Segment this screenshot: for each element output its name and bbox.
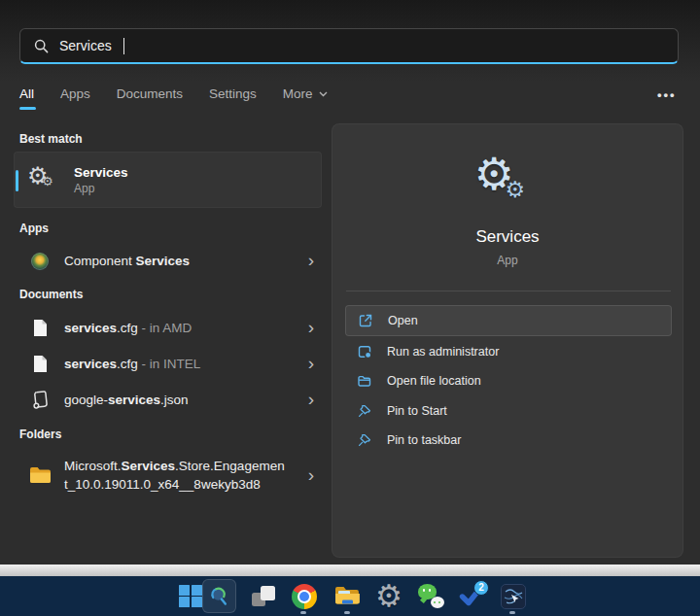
running-indicator xyxy=(344,611,350,614)
divider xyxy=(346,291,671,291)
section-folders: Folders xyxy=(19,428,61,441)
chevron-right-icon[interactable]: › xyxy=(308,318,314,338)
settings-gear-icon: ⚙ xyxy=(375,581,402,611)
whiteboard-app-button[interactable] xyxy=(500,579,526,613)
search-taskbar-icon xyxy=(208,585,231,608)
result-google-services-json[interactable]: google-services.json › xyxy=(14,382,322,418)
pin-icon xyxy=(357,432,372,448)
preview-subtitle: App xyxy=(332,254,682,267)
chevron-down-icon xyxy=(319,91,328,97)
tab-settings[interactable]: Settings xyxy=(209,86,257,101)
active-tab-underline xyxy=(19,107,36,110)
action-open-file-location[interactable]: Open file location xyxy=(345,366,672,395)
windows-logo-icon xyxy=(179,585,202,608)
tab-more[interactable]: More xyxy=(283,86,328,101)
action-pin-to-start[interactable]: Pin to Start xyxy=(345,396,672,426)
chevron-right-icon[interactable]: › xyxy=(308,354,314,374)
search-icon xyxy=(34,39,49,53)
selection-accent-bar xyxy=(16,170,18,191)
preview-title: Services xyxy=(332,227,682,247)
wechat-button[interactable] xyxy=(417,579,444,613)
section-best-match: Best match xyxy=(19,132,83,146)
section-apps: Apps xyxy=(19,222,49,235)
component-services-icon xyxy=(27,253,52,270)
running-indicator xyxy=(509,611,515,614)
file-explorer-button[interactable] xyxy=(333,579,361,613)
search-filter-tabs: All Apps Documents Settings More xyxy=(19,86,328,101)
best-match-result-services[interactable]: ⚙⚙ Services App xyxy=(14,152,322,208)
chevron-right-icon[interactable]: › xyxy=(308,390,314,410)
chrome-taskbar-button[interactable] xyxy=(291,579,317,613)
best-match-title: Services xyxy=(74,165,128,180)
running-indicator xyxy=(300,611,306,614)
json-scroll-icon xyxy=(27,390,52,410)
desktop-strip xyxy=(0,565,700,576)
result-folder-microsoft-services-store[interactable]: Microsoft.Services.Store.Engagement_10.0… xyxy=(14,447,322,503)
chevron-right-icon[interactable]: › xyxy=(308,251,314,271)
todo-app-button[interactable]: 2 xyxy=(458,579,487,613)
search-query-text: Services xyxy=(59,38,112,53)
document-icon xyxy=(27,319,52,337)
taskbar: ⚙ 2 xyxy=(0,576,700,616)
result-component-services[interactable]: Component Services › xyxy=(14,243,322,279)
file-explorer-icon xyxy=(334,586,361,607)
action-run-as-administrator[interactable]: Run as administrator xyxy=(345,337,672,366)
section-documents: Documents xyxy=(19,288,83,301)
search-input[interactable]: Services xyxy=(19,28,679,64)
text-caret xyxy=(123,38,125,54)
whiteboard-app-icon xyxy=(501,584,526,609)
pin-icon xyxy=(357,403,372,419)
folder-icon xyxy=(27,466,52,484)
start-button[interactable] xyxy=(177,579,204,613)
open-icon xyxy=(358,313,373,328)
action-open[interactable]: Open xyxy=(345,305,672,336)
search-flyout-window: Services All Apps Documents Settings Mor… xyxy=(0,0,700,616)
tab-documents[interactable]: Documents xyxy=(117,86,183,101)
notification-badge: 2 xyxy=(473,580,489,596)
preview-pane: ⚙⚙ Services App Open Run as administrato… xyxy=(332,123,683,558)
todo-check-icon: 2 xyxy=(458,583,487,610)
context-actions: Open Run as administrator Open file loca… xyxy=(345,305,672,456)
result-services-cfg-intel[interactable]: services.cfg - in INTEL › xyxy=(14,346,322,382)
run-as-admin-icon xyxy=(357,344,372,359)
search-taskbar-button[interactable] xyxy=(202,579,236,613)
action-pin-to-taskbar[interactable]: Pin to taskbar xyxy=(345,426,672,455)
folder-open-icon xyxy=(357,373,372,389)
more-options-icon[interactable]: ••• xyxy=(657,87,677,102)
wechat-icon xyxy=(418,584,444,608)
result-services-cfg-amd[interactable]: services.cfg - in AMD › xyxy=(14,310,322,346)
settings-button[interactable]: ⚙ xyxy=(375,579,402,613)
document-icon xyxy=(27,355,52,373)
tab-all[interactable]: All xyxy=(19,86,34,101)
best-match-subtitle: App xyxy=(74,182,128,195)
chevron-right-icon[interactable]: › xyxy=(308,465,314,486)
tab-apps[interactable]: Apps xyxy=(60,86,90,101)
services-gears-icon: ⚙⚙ xyxy=(27,165,60,194)
task-view-button[interactable] xyxy=(250,579,277,613)
chrome-icon xyxy=(292,584,317,609)
services-app-icon-large: ⚙⚙ xyxy=(473,155,536,210)
task-view-icon xyxy=(252,586,275,607)
